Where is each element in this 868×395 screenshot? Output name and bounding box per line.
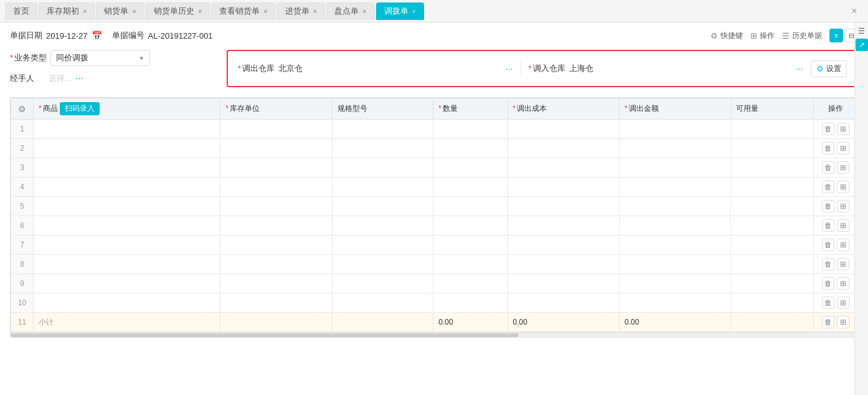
transfer-in-wh-more[interactable]: ··· [796,64,803,74]
cell-spec[interactable] [332,139,433,158]
cell-product[interactable] [34,178,220,197]
row-copy-btn[interactable]: ⊞ [837,142,849,155]
tab-sales-history[interactable]: 销货单历史 × [146,2,210,20]
scan-barcode-button[interactable]: 扫码录入 [60,102,100,115]
sidebar-export-icon[interactable]: ↗ [856,39,868,51]
cell-amount[interactable] [619,216,730,236]
cell-qty[interactable] [433,216,507,236]
tab-sales-history-close[interactable]: × [198,8,202,15]
tab-view-sales[interactable]: 查看销货单 × [211,2,275,20]
cell-qty[interactable] [433,255,507,274]
settings-button[interactable]: ⚙ 设置 [811,60,847,77]
cell-qty[interactable] [433,158,507,178]
cell-spec[interactable] [332,274,433,293]
cell-amount[interactable] [619,236,730,255]
cell-unit[interactable] [220,197,332,216]
cell-cost[interactable] [507,139,619,158]
cell-amount[interactable] [619,158,730,178]
tab-home[interactable]: 首页 [5,2,37,20]
cell-unit[interactable] [220,178,332,197]
row-delete-btn[interactable]: 🗑 [822,142,834,155]
cell-spec[interactable] [332,197,433,216]
cell-product[interactable] [34,197,220,216]
row-copy-btn[interactable]: ⊞ [837,200,849,212]
cell-product[interactable] [34,139,220,158]
tab-sales-order[interactable]: 销货单 × [96,2,144,20]
cell-cost[interactable] [507,216,619,236]
cell-amount[interactable] [619,255,730,274]
subtotal-delete-btn[interactable]: 🗑 [822,316,834,328]
tab-purchase-order[interactable]: 进货单 × [277,2,325,20]
cell-unit[interactable] [220,139,332,158]
cell-product[interactable] [34,255,220,274]
shortcut-action[interactable]: ⚙ 快捷键 [710,31,743,41]
row-copy-btn[interactable]: ⊞ [837,219,849,232]
row-copy-btn[interactable]: ⊞ [837,181,849,193]
cell-cost[interactable] [507,274,619,293]
cell-spec[interactable] [332,120,433,139]
cell-product[interactable] [34,236,220,255]
tab-purchase-order-close[interactable]: × [313,8,317,15]
cell-spec[interactable] [332,216,433,236]
row-copy-btn[interactable]: ⊞ [837,239,849,251]
operation-action[interactable]: ⊞ 操作 [750,31,775,41]
cell-amount[interactable] [619,139,730,158]
cell-amount[interactable] [619,120,730,139]
cell-spec[interactable] [332,178,433,197]
history-action[interactable]: ☰ 历史单据 [782,31,822,41]
row-delete-btn[interactable]: 🗑 [822,181,834,193]
cell-qty[interactable] [433,236,507,255]
cell-amount[interactable] [619,178,730,197]
row-copy-btn[interactable]: ⊞ [837,297,849,309]
cell-unit[interactable] [220,216,332,236]
row-delete-btn[interactable]: 🗑 [822,239,834,251]
cell-product[interactable] [34,158,220,178]
cell-product[interactable] [34,293,220,313]
row-delete-btn[interactable]: 🗑 [822,277,834,290]
cell-amount[interactable] [619,293,730,313]
row-copy-btn[interactable]: ⊞ [837,161,849,174]
cell-spec[interactable] [332,293,433,313]
cell-unit[interactable] [220,120,332,139]
scrollbar-area[interactable] [11,332,857,337]
person-select[interactable]: 选择... [49,71,72,86]
cell-product[interactable] [34,274,220,293]
cell-qty[interactable] [433,274,507,293]
cell-unit[interactable] [220,293,332,313]
cell-product[interactable] [34,120,220,139]
cell-spec[interactable] [332,255,433,274]
cell-unit[interactable] [220,274,332,293]
cell-cost[interactable] [507,236,619,255]
cell-amount[interactable] [619,197,730,216]
subtotal-copy-btn[interactable]: ⊞ [837,316,849,328]
row-delete-btn[interactable]: 🗑 [822,258,834,270]
row-delete-btn[interactable]: 🗑 [822,219,834,232]
cell-cost[interactable] [507,197,619,216]
row-delete-btn[interactable]: 🗑 [822,123,834,135]
transfer-out-wh-more[interactable]: ··· [506,64,513,74]
tab-inventory-init-close[interactable]: × [83,8,87,15]
row-delete-btn[interactable]: 🗑 [822,161,834,174]
row-copy-btn[interactable]: ⊞ [837,258,849,270]
cell-unit[interactable] [220,255,332,274]
row-delete-btn[interactable]: 🗑 [822,200,834,212]
cell-cost[interactable] [507,178,619,197]
tab-transfer-order-close[interactable]: × [412,8,416,15]
row-delete-btn[interactable]: 🗑 [822,297,834,309]
cell-qty[interactable] [433,178,507,197]
cell-spec[interactable] [332,236,433,255]
biz-type-select[interactable]: 同价调拨 ▼ [50,50,150,66]
cell-qty[interactable] [433,139,507,158]
cell-qty[interactable] [433,197,507,216]
cell-cost[interactable] [507,293,619,313]
tab-sales-order-close[interactable]: × [132,8,136,15]
cell-qty[interactable] [433,120,507,139]
cell-qty[interactable] [433,293,507,313]
tab-inventory-check-close[interactable]: × [362,8,366,15]
row-copy-btn[interactable]: ⊞ [837,123,849,135]
tab-transfer-order[interactable]: 调拨单 × [376,2,424,20]
tab-inventory-init[interactable]: 库存期初 × [39,2,95,20]
sidebar-list-icon[interactable]: ☰ [856,25,868,37]
tab-view-sales-close[interactable]: × [263,8,267,15]
row-copy-btn[interactable]: ⊞ [837,277,849,290]
